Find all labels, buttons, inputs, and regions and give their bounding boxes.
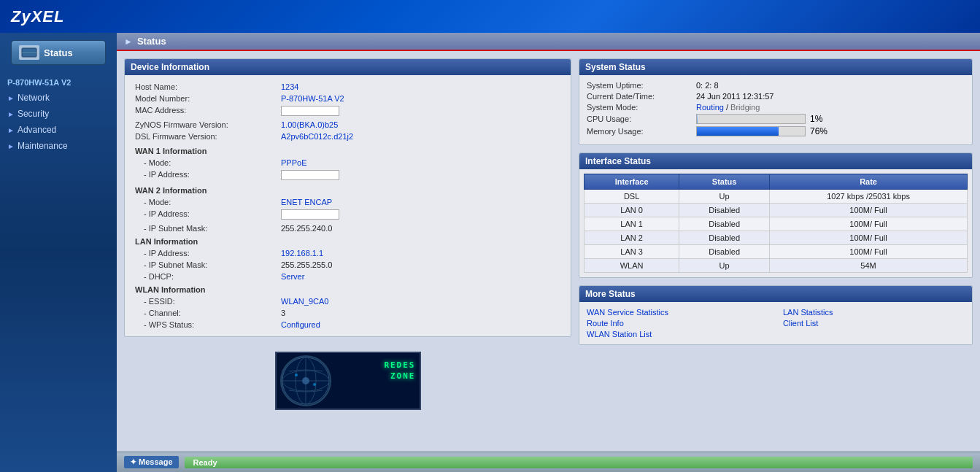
table-row: - IP Address: (132, 169, 563, 183)
sidebar-status-button[interactable]: Status (11, 40, 106, 65)
iface-status: Disabled (679, 204, 770, 217)
sidebar-item-advanced[interactable]: ► Advanced (0, 122, 117, 138)
table-row: ZyNOS Firmware Version: 1.00(BKA.0)b25 (132, 119, 563, 131)
wlan-wps-label: - WPS Status: (132, 319, 278, 330)
model-link[interactable]: P-870HW-51A V2 (281, 94, 344, 103)
wan-service-stats-link[interactable]: WAN Service Statistics (587, 308, 768, 317)
table-row: - WPS Status: Configured (132, 319, 563, 330)
iface-interface: LAN 3 (584, 245, 679, 259)
svg-point-7 (302, 377, 309, 384)
system-status-panel: System Status System Uptime: 0: 2: 8 Cur… (579, 58, 973, 145)
table-row: DSL Firmware Version: A2pv6bC012c.d21j2 (132, 131, 563, 142)
more-status-header: More Status (579, 286, 972, 302)
col-rate: Rate (770, 174, 968, 190)
cpu-row: CPU Usage: 1% (587, 114, 965, 124)
memory-progress-fill (697, 127, 779, 136)
lan-dhcp-link[interactable]: Server (281, 272, 304, 281)
table-row: LAN Information (132, 234, 563, 247)
date-row: Current Date/Time: 24 Jun 2011 12:31:57 (587, 92, 965, 101)
content-area: ► Status Device Information Host Name: 1… (117, 33, 980, 472)
system-status-content: System Uptime: 0: 2: 8 Current Date/Time… (579, 75, 972, 144)
zynos-link[interactable]: 1.00(BKA.0)b25 (281, 120, 338, 129)
wan2-subnet-label: - IP Subnet Mask: (132, 223, 278, 234)
wlan-channel-label: - Channel: (132, 307, 278, 319)
table-row: WLAN Information (132, 282, 563, 295)
lan-ip-label: - IP Address: (132, 247, 278, 259)
svg-point-8 (295, 374, 298, 376)
lan-dhcp-label: - DHCP: (132, 271, 278, 282)
table-row: Host Name: 1234 (132, 81, 563, 93)
interface-status-header: Interface Status (579, 153, 972, 169)
iface-status: Disabled (679, 231, 770, 245)
col-status: Status (679, 174, 770, 190)
page-title-bar: ► Status (117, 33, 980, 51)
sidebar-item-label-maintenance: Maintenance (18, 141, 68, 151)
sidebar-item-maintenance[interactable]: ► Maintenance (0, 138, 117, 154)
interface-status-content: Interface Status Rate DSLUp1027 kbps /25… (579, 169, 972, 277)
table-row: WAN 1 Information (132, 142, 563, 157)
iface-interface: WLAN (584, 259, 679, 273)
uptime-value: 0: 2: 8 (696, 81, 719, 90)
system-status-header: System Status (579, 59, 972, 75)
image-area: REDES ZONE (124, 344, 571, 417)
table-row: LAN 3Disabled100M/ Full (584, 245, 968, 259)
mode-sep: / (724, 103, 730, 112)
sidebar-device-model: P-870HW-51A V2 (0, 72, 117, 90)
hostname-link[interactable]: 1234 (281, 82, 298, 91)
device-info-panel: Device Information Host Name: 1234 Model… (124, 58, 571, 337)
dsl-fw-label: DSL Firmware Version: (132, 131, 278, 142)
sidebar-item-network[interactable]: ► Network (0, 90, 117, 106)
wan2-mode-value[interactable]: ENET ENCAP (281, 198, 332, 206)
globe-icon (280, 355, 331, 406)
wan2-mode-label: - Mode: (132, 196, 278, 208)
device-info-title: Device Information (131, 62, 209, 72)
wan1-title: WAN 1 Information (132, 142, 278, 157)
main-layout: Status P-870HW-51A V2 ► Network ► Securi… (0, 33, 980, 472)
uptime-row: System Uptime: 0: 2: 8 (587, 81, 965, 90)
hostname-label: Host Name: (132, 81, 278, 93)
wlan-wps-link[interactable]: Configured (281, 320, 320, 329)
main-content: Device Information Host Name: 1234 Model… (117, 51, 980, 452)
memory-progress-bg (696, 126, 806, 136)
wlan-station-list-link[interactable]: WLAN Station List (587, 330, 768, 338)
bridging-link[interactable]: Bridging (730, 103, 760, 112)
table-row: LAN 1Disabled100M/ Full (584, 217, 968, 231)
wan1-mode-value[interactable]: PPPoE (281, 158, 306, 167)
mac-label: MAC Address: (132, 104, 278, 119)
right-panel: System Status System Uptime: 0: 2: 8 Cur… (579, 58, 973, 444)
logo: ZyXEL (11, 7, 64, 26)
iface-rate: 100M/ Full (770, 217, 968, 231)
more-status-panel: More Status WAN Service Statistics LAN S… (579, 285, 973, 345)
uptime-label: System Uptime: (587, 81, 696, 90)
sidebar-item-security[interactable]: ► Security (0, 106, 117, 122)
table-row: MAC Address: (132, 104, 563, 119)
wlan-essid-link[interactable]: WLAN_9CA0 (281, 297, 328, 306)
zone-text: ZONE (390, 371, 416, 381)
iface-status: Up (679, 259, 770, 273)
model-label: Model Number: (132, 93, 278, 104)
table-row: - IP Address: (132, 208, 563, 223)
cpu-percent: 1% (810, 114, 822, 124)
lan-ip-link[interactable]: 192.168.1.1 (281, 249, 323, 258)
sidebar-item-label-advanced: Advanced (18, 125, 56, 135)
wan2-title: WAN 2 Information (132, 183, 278, 196)
interface-status-title: Interface Status (585, 156, 651, 166)
message-label: ✦ Message (124, 456, 179, 468)
client-list-link[interactable]: Client List (783, 319, 965, 328)
wan1-mode-label: - Mode: (132, 157, 278, 169)
interface-table: Interface Status Rate DSLUp1027 kbps /25… (584, 174, 968, 273)
table-row: WAN 2 Information (132, 183, 563, 196)
network-arrow-icon: ► (7, 94, 15, 102)
message-value: Ready (185, 457, 973, 468)
mac-input (281, 106, 339, 116)
system-status-title: System Status (585, 62, 646, 72)
route-info-link[interactable]: Route Info (587, 319, 768, 328)
more-status-content: WAN Service Statistics LAN Statistics Ro… (579, 302, 972, 344)
table-row: - IP Address: 192.168.1.1 (132, 247, 563, 259)
cpu-progress-container: 1% (696, 114, 822, 124)
col-interface: Interface (584, 174, 679, 190)
routing-link[interactable]: Routing (696, 103, 724, 112)
lan-stats-link[interactable]: LAN Statistics (783, 308, 965, 317)
table-row: LAN 0Disabled100M/ Full (584, 204, 968, 217)
dsl-fw-link[interactable]: A2pv6bC012c.d21j2 (281, 132, 353, 141)
